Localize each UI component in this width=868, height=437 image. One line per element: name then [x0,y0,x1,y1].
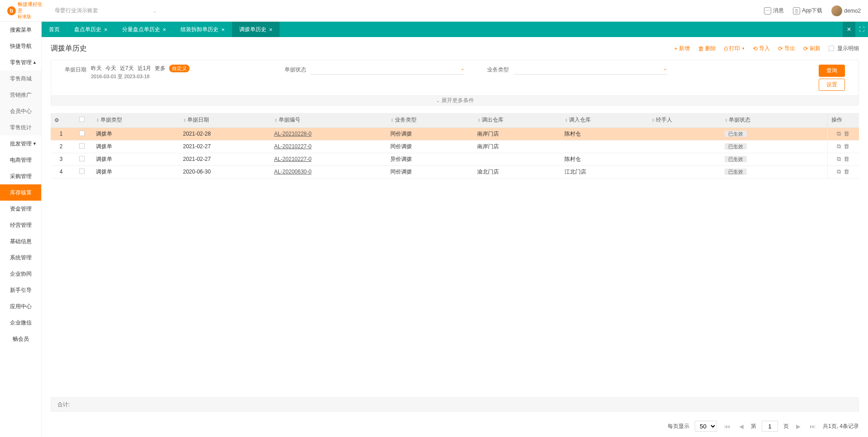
delete-icon[interactable]: 🗑 [844,143,849,150]
cell-status: 已生效 [721,127,808,140]
tab[interactable]: 分量盘点单历史× [115,22,174,37]
tab[interactable]: 首页 [42,22,67,37]
import-button[interactable]: ⟲导入 [753,45,770,52]
row-checkbox[interactable] [71,165,92,178]
date-preset[interactable]: 近1月 [138,65,152,72]
col-handler[interactable]: ▲▼经手人 [648,113,721,127]
pager: 每页显示 50 ⏮ ◀ 第 页 ▶ ⏭ 共1页, 4条记录 [51,415,859,437]
view-icon[interactable]: ⧉ [837,155,841,162]
col-status[interactable]: ▲▼单据状态 [721,113,808,127]
page-title: 调拨单历史 [51,44,87,53]
status-badge: 已生效 [725,156,747,162]
sidebar-item[interactable]: 系统管理 [0,249,41,266]
sidebar-subitem[interactable]: 会员中心 [0,103,41,119]
settings-button[interactable]: 设置 [819,79,845,91]
close-icon[interactable]: × [163,26,166,33]
date-preset[interactable]: 昨天 [91,65,102,72]
query-button[interactable]: 查询 [819,65,845,77]
prev-page[interactable]: ◀ [737,423,745,430]
account-selector[interactable]: 母婴行业演示账套 ⌄ [55,7,157,14]
tab[interactable]: 调拨单历史× [232,22,280,37]
delete-icon[interactable]: 🗑 [844,168,849,175]
close-icon[interactable]: × [104,26,108,33]
fullscreen-btn[interactable]: ⛶ [855,22,868,37]
cell-status: 已生效 [721,153,808,165]
sidebar-item[interactable]: 快捷导航 [0,38,41,54]
col-type[interactable]: ▲▼单据类型 [92,113,179,127]
last-page[interactable]: ⏭ [808,423,817,430]
doc-link[interactable]: AL-20210227-0 [274,143,312,150]
sidebar-subitem[interactable]: 零售商城 [0,70,41,87]
sidebar-item[interactable]: 企业微信 [0,315,41,331]
add-button[interactable]: +新增 [674,45,690,52]
delete-icon[interactable]: 🗑 [844,155,849,162]
biztype-select[interactable]: ⌄ [513,65,667,75]
sidebar-item[interactable]: 新手引导 [0,282,41,298]
per-page-select[interactable]: 50 [695,421,717,432]
date-preset[interactable]: 近7天 [120,65,134,72]
view-icon[interactable]: ⧉ [837,130,841,137]
view-icon[interactable]: ⧉ [837,143,841,150]
table-row[interactable]: 3调拨单2021-02-27AL-20210227-0异价调拨陈村仓已生效⧉🗑 [51,153,859,165]
delete-button[interactable]: 🗑删除 [698,45,716,52]
print-button[interactable]: ⎙打印▾ [724,45,745,52]
messages-label: 消息 [773,7,784,14]
close-icon[interactable]: × [221,26,225,33]
sidebar-item[interactable]: 零售管理▲ [0,54,41,70]
page-input[interactable] [762,421,778,432]
status-select[interactable]: ⌄ [311,65,465,75]
sidebar-item[interactable]: 批发管理▼ [0,136,41,152]
tab-close-all[interactable]: ✕ [843,22,855,37]
doc-link[interactable]: AL-20210227-0 [274,156,312,162]
first-page[interactable]: ⏮ [722,423,732,430]
messages-btn[interactable]: ⋯ 消息 [764,7,784,14]
chevron-down-icon: ⌄ [152,8,157,14]
export-button[interactable]: ⟳导出 [778,45,795,52]
sidebar-item[interactable]: 库存核算 [0,184,41,201]
row-checkbox[interactable] [71,140,92,153]
expand-filters[interactable]: ⌄ 展开更多条件 [51,95,859,105]
tab[interactable]: 组装拆卸单历史× [173,22,232,37]
table-row[interactable]: 4调拨单2020-06-30AL-20200630-0同价调拨渝北门店江北门店已… [51,165,859,178]
next-page[interactable]: ▶ [794,423,802,430]
date-preset[interactable]: 今天 [105,65,116,72]
show-detail-toggle[interactable]: 显示明细 [829,45,859,52]
col-out[interactable]: ▲▼调出仓库 [474,113,560,127]
sidebar-item[interactable]: 应用中心 [0,298,41,315]
sidebar-item[interactable]: 资金管理 [0,201,41,217]
date-custom-badge[interactable]: 自定义 [169,65,190,72]
sidebar-item[interactable]: 企业协同 [0,266,41,282]
sidebar-item[interactable]: 经营管理 [0,217,41,233]
close-icon[interactable]: × [269,26,273,33]
row-checkbox[interactable] [71,127,92,140]
tab[interactable]: 盘点单历史× [67,22,115,37]
col-settings[interactable]: ⚙ [51,113,71,127]
table-row[interactable]: 1调拨单2021-02-28AL-20210228-0同价调拨南岸门店陈村仓已生… [51,127,859,140]
col-date[interactable]: ▲▼单据日期 [179,113,270,127]
sidebar-item[interactable]: 采购管理 [0,168,41,184]
delete-icon[interactable]: 🗑 [844,130,849,137]
account-name: 母婴行业演示账套 [55,7,98,14]
sort-icon: ▲▼ [96,118,100,122]
sidebar-item[interactable]: 畅会员 [0,331,41,347]
refresh-button[interactable]: ⟳刷新 [803,45,821,52]
sidebar-subitem[interactable]: 营销推广 [0,87,41,103]
doc-link[interactable]: AL-20200630-0 [274,169,312,175]
col-checkbox[interactable] [71,113,92,127]
sort-icon: ▲▼ [564,118,568,122]
col-no[interactable]: ▲▼单据编号 [270,113,387,127]
col-in[interactable]: ▲▼调入仓库 [561,113,648,127]
doc-link[interactable]: AL-20210228-0 [274,131,312,137]
table-row[interactable]: 2调拨单2021-02-27AL-20210227-0同价调拨南岸门店已生效⧉🗑 [51,140,859,153]
view-icon[interactable]: ⧉ [837,168,841,175]
col-biz[interactable]: ▲▼业务类型 [387,113,474,127]
app-download-btn[interactable]: ▯ App下载 [793,7,822,14]
sidebar-item[interactable]: 搜索菜单 [0,22,41,38]
avatar [831,5,842,16]
sidebar-subitem[interactable]: 零售统计 [0,119,41,136]
user-menu[interactable]: demo2 [831,5,861,16]
sidebar-item[interactable]: 电商管理 [0,152,41,168]
row-checkbox[interactable] [71,153,92,165]
date-preset[interactable]: 更多 [155,65,166,72]
sidebar-item[interactable]: 基础信息 [0,233,41,249]
